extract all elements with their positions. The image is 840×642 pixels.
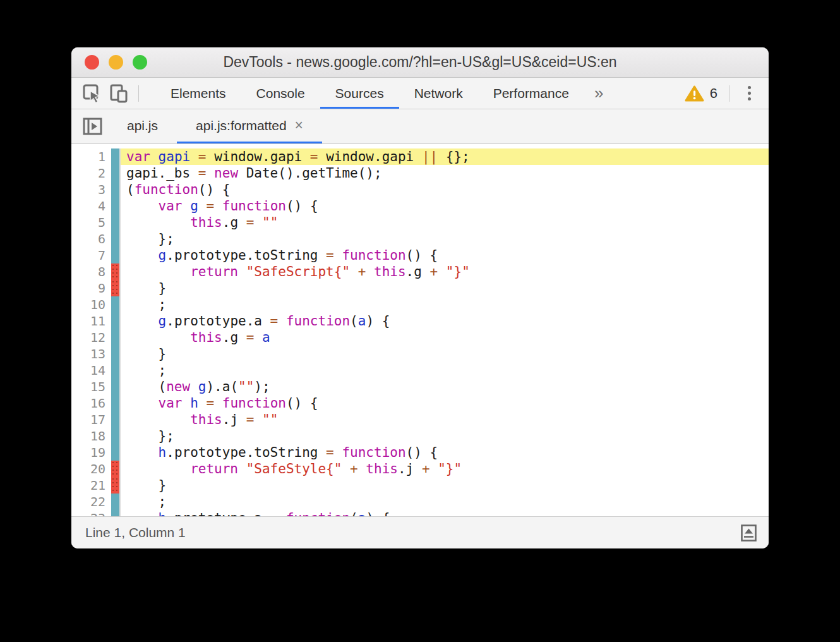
file-tab-api-js[interactable]: api.js: [108, 109, 177, 143]
code-text[interactable]: }: [121, 477, 769, 494]
code-text[interactable]: this.g = "": [121, 214, 769, 231]
line-number[interactable]: 7: [71, 247, 111, 263]
code-text[interactable]: var gapi = window.gapi = window.gapi || …: [121, 148, 769, 165]
line-number[interactable]: 15: [71, 379, 111, 395]
line-number[interactable]: 23: [71, 510, 111, 516]
coverage-bar-unused: [111, 263, 121, 280]
coverage-bar-used: [111, 395, 121, 411]
coverage-bar-used: [111, 198, 121, 214]
devtools-toolbar: ElementsConsoleSourcesNetworkPerformance…: [71, 78, 769, 109]
code-text[interactable]: (function() {: [121, 181, 769, 198]
line-number[interactable]: 11: [71, 313, 111, 329]
tab-sources[interactable]: Sources: [320, 78, 399, 109]
code-text[interactable]: }: [121, 346, 769, 362]
coverage-bar-used: [111, 329, 121, 346]
line-number[interactable]: 22: [71, 494, 111, 510]
code-text[interactable]: gapi._bs = new Date().getTime();: [121, 165, 769, 181]
line-number[interactable]: 10: [71, 296, 111, 313]
code-text[interactable]: ;: [121, 296, 769, 313]
warnings-badge[interactable]: 6: [680, 85, 723, 102]
code-text[interactable]: ;: [121, 362, 769, 379]
more-panels-button[interactable]: »: [584, 83, 613, 103]
code-line: 12 this.g = a: [71, 329, 769, 346]
code-text[interactable]: (new g).a("");: [121, 379, 769, 395]
line-number[interactable]: 1: [71, 148, 111, 165]
close-window-button[interactable]: [85, 55, 99, 70]
code-line: 5 this.g = "": [71, 214, 769, 231]
code-text[interactable]: };: [121, 428, 769, 444]
tab-elements[interactable]: Elements: [155, 78, 241, 109]
code-text[interactable]: }: [121, 280, 769, 296]
code-line: 2gapi._bs = new Date().getTime();: [71, 165, 769, 181]
warning-icon: [685, 85, 704, 102]
code-text[interactable]: ;: [121, 494, 769, 510]
line-number[interactable]: 4: [71, 198, 111, 214]
code-text[interactable]: var h = function() {: [121, 395, 769, 411]
line-number[interactable]: 21: [71, 477, 111, 494]
coverage-bar-used: [111, 379, 121, 395]
coverage-bar-used: [111, 362, 121, 379]
line-number[interactable]: 2: [71, 165, 111, 181]
line-number[interactable]: 8: [71, 263, 111, 280]
code-line: 11 g.prototype.a = function(a) {: [71, 313, 769, 329]
coverage-bar-used: [111, 165, 121, 181]
code-line: 9 }: [71, 280, 769, 296]
coverage-bar-used: [111, 428, 121, 444]
code-text[interactable]: };: [121, 231, 769, 247]
title-bar[interactable]: DevTools - news.google.com/?hl=en-US&gl=…: [71, 47, 769, 78]
line-number[interactable]: 13: [71, 346, 111, 362]
inspect-element-button[interactable]: [79, 80, 105, 107]
cursor-position-label: Line 1, Column 1: [85, 525, 186, 540]
file-tab-label: api.js:formatted: [196, 118, 287, 133]
zoom-window-button[interactable]: [133, 55, 147, 70]
file-tab-label: api.js: [127, 118, 158, 133]
code-line: 18 };: [71, 428, 769, 444]
coverage-bar-used: [111, 247, 121, 263]
source-editor[interactable]: 1var gapi = window.gapi = window.gapi ||…: [71, 144, 769, 516]
line-number[interactable]: 14: [71, 362, 111, 379]
coverage-bar-used: [111, 148, 121, 165]
line-number[interactable]: 9: [71, 280, 111, 296]
code-line: 19 h.prototype.toString = function() {: [71, 444, 769, 461]
code-line: 15 (new g).a("");: [71, 379, 769, 395]
device-toolbar-button[interactable]: [105, 80, 132, 107]
tab-network[interactable]: Network: [399, 78, 478, 109]
code-text[interactable]: var g = function() {: [121, 198, 769, 214]
minimize-window-button[interactable]: [109, 55, 123, 70]
code-text[interactable]: g.prototype.toString = function() {: [121, 247, 769, 263]
coverage-bar-used: [111, 214, 121, 231]
toolbar-divider: [729, 85, 729, 102]
tab-performance[interactable]: Performance: [478, 78, 584, 109]
line-number[interactable]: 20: [71, 461, 111, 477]
line-number[interactable]: 16: [71, 395, 111, 411]
line-number[interactable]: 19: [71, 444, 111, 461]
code-line: 13 }: [71, 346, 769, 362]
code-line: 17 this.j = "": [71, 411, 769, 428]
close-icon[interactable]: ×: [295, 118, 303, 133]
code-line: 20 return "SafeStyle{" + this.j + "}": [71, 461, 769, 477]
drawer-toggle-button[interactable]: [739, 523, 759, 543]
code-text[interactable]: this.g = a: [121, 329, 769, 346]
code-text[interactable]: h.prototype.a = function(a) {: [121, 510, 769, 516]
tab-console[interactable]: Console: [241, 78, 320, 109]
navigator-toggle-button[interactable]: [78, 109, 108, 143]
line-number[interactable]: 3: [71, 181, 111, 198]
code-text[interactable]: return "SafeStyle{" + this.j + "}": [121, 461, 769, 477]
warning-count: 6: [710, 85, 717, 102]
code-text[interactable]: return "SafeScript{" + this.g + "}": [121, 263, 769, 280]
code-text[interactable]: h.prototype.toString = function() {: [121, 444, 769, 461]
window-title: DevTools - news.google.com/?hl=en-US&gl=…: [223, 54, 616, 71]
code-text[interactable]: g.prototype.a = function(a) {: [121, 313, 769, 329]
line-number[interactable]: 6: [71, 231, 111, 247]
eject-drawer-icon: [739, 523, 759, 543]
file-tab-bar: api.jsapi.js:formatted×: [71, 109, 769, 144]
coverage-bar-used: [111, 494, 121, 510]
line-number[interactable]: 12: [71, 329, 111, 346]
line-number[interactable]: 5: [71, 214, 111, 231]
file-tab-api-js-formatted[interactable]: api.js:formatted×: [177, 109, 322, 143]
devtools-menu-button[interactable]: [736, 80, 762, 107]
code-text[interactable]: this.j = "": [121, 411, 769, 428]
line-number[interactable]: 18: [71, 428, 111, 444]
line-number[interactable]: 17: [71, 411, 111, 428]
kebab-dot: [748, 97, 751, 100]
